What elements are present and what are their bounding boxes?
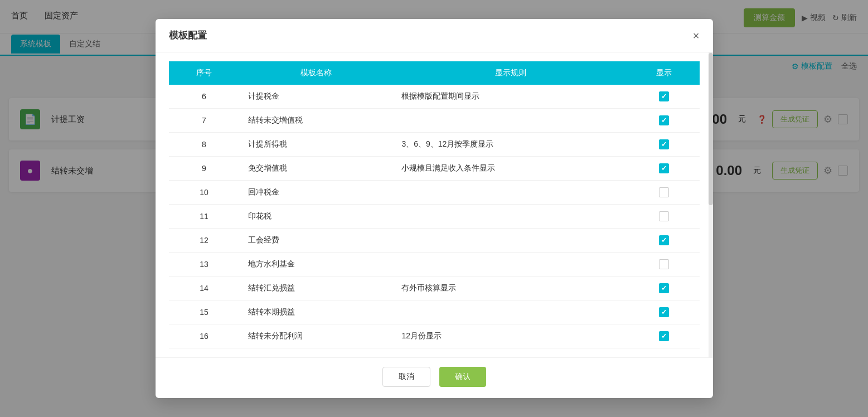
confirm-button[interactable]: 确认 bbox=[439, 367, 486, 387]
cell-rule-1 bbox=[392, 109, 628, 133]
cell-rule-7 bbox=[392, 253, 628, 277]
table-row: 15结转本期损益 bbox=[169, 300, 700, 324]
checkbox-9[interactable] bbox=[659, 307, 669, 317]
cell-rule-8: 有外币核算显示 bbox=[392, 277, 628, 300]
cell-name-10: 结转未分配利润 bbox=[239, 324, 392, 348]
cell-name-6: 工会经费 bbox=[239, 229, 392, 253]
checkbox-5[interactable] bbox=[659, 211, 669, 221]
cell-num-6: 12 bbox=[169, 229, 240, 253]
cell-rule-4 bbox=[392, 181, 628, 205]
modal-template-config: 模板配置 × 序号 模板名称 显示规则 显示 6计提税金根据模版配置期间显示7结… bbox=[156, 19, 713, 398]
scrollbar-track[interactable] bbox=[709, 52, 713, 357]
checkbox-6[interactable] bbox=[659, 235, 669, 245]
checkbox-2[interactable] bbox=[659, 139, 669, 149]
config-table: 序号 模板名称 显示规则 显示 6计提税金根据模版配置期间显示7结转未交增值税8… bbox=[169, 61, 700, 348]
table-row: 13地方水利基金 bbox=[169, 253, 700, 277]
cell-rule-6 bbox=[392, 229, 628, 253]
cell-check-7 bbox=[629, 253, 700, 277]
table-row: 10回冲税金 bbox=[169, 181, 700, 205]
cell-name-8: 结转汇兑损益 bbox=[239, 277, 392, 300]
cell-check-1 bbox=[629, 109, 700, 133]
cell-rule-5 bbox=[392, 205, 628, 229]
cell-name-3: 免交增值税 bbox=[239, 157, 392, 181]
cell-check-5 bbox=[629, 205, 700, 229]
cell-num-7: 13 bbox=[169, 253, 240, 277]
cell-name-1: 结转未交增值税 bbox=[239, 109, 392, 133]
table-row: 11印花税 bbox=[169, 205, 700, 229]
modal-header: 模板配置 × bbox=[156, 19, 713, 52]
modal-body: 序号 模板名称 显示规则 显示 6计提税金根据模版配置期间显示7结转未交增值税8… bbox=[156, 52, 713, 357]
cancel-button[interactable]: 取消 bbox=[382, 367, 430, 387]
cell-num-1: 7 bbox=[169, 109, 240, 133]
cell-check-2 bbox=[629, 133, 700, 157]
modal-title: 模板配置 bbox=[169, 29, 207, 42]
cell-rule-10: 12月份显示 bbox=[392, 324, 628, 348]
table-row: 9免交增值税小规模且满足收入条件显示 bbox=[169, 157, 700, 181]
table-row: 16结转未分配利润12月份显示 bbox=[169, 324, 700, 348]
th-rule: 显示规则 bbox=[392, 61, 628, 85]
cell-rule-3: 小规模且满足收入条件显示 bbox=[392, 157, 628, 181]
cell-name-9: 结转本期损益 bbox=[239, 300, 392, 324]
cell-name-2: 计提所得税 bbox=[239, 133, 392, 157]
table-row: 14结转汇兑损益有外币核算显示 bbox=[169, 277, 700, 300]
cell-num-4: 10 bbox=[169, 181, 240, 205]
cell-num-2: 8 bbox=[169, 133, 240, 157]
checkbox-7[interactable] bbox=[659, 259, 669, 269]
cell-check-10 bbox=[629, 324, 700, 348]
cell-num-10: 16 bbox=[169, 324, 240, 348]
table-row: 12工会经费 bbox=[169, 229, 700, 253]
cell-rule-0: 根据模版配置期间显示 bbox=[392, 85, 628, 109]
cell-rule-2: 3、6、9、12月按季度显示 bbox=[392, 133, 628, 157]
cell-num-9: 15 bbox=[169, 300, 240, 324]
table-row: 8计提所得税3、6、9、12月按季度显示 bbox=[169, 133, 700, 157]
th-show: 显示 bbox=[629, 61, 700, 85]
cell-check-0 bbox=[629, 85, 700, 109]
checkbox-8[interactable] bbox=[659, 283, 669, 293]
cell-check-6 bbox=[629, 229, 700, 253]
cell-name-0: 计提税金 bbox=[239, 85, 392, 109]
th-num: 序号 bbox=[169, 61, 240, 85]
cell-check-3 bbox=[629, 157, 700, 181]
cell-name-4: 回冲税金 bbox=[239, 181, 392, 205]
checkbox-3[interactable] bbox=[659, 163, 669, 173]
modal-footer: 取消 确认 bbox=[156, 357, 713, 398]
cell-num-8: 14 bbox=[169, 277, 240, 300]
modal-close-button[interactable]: × bbox=[693, 30, 700, 41]
cell-check-9 bbox=[629, 300, 700, 324]
cell-num-3: 9 bbox=[169, 157, 240, 181]
cell-check-8 bbox=[629, 277, 700, 300]
checkbox-4[interactable] bbox=[659, 187, 669, 197]
table-row: 7结转未交增值税 bbox=[169, 109, 700, 133]
table-row: 6计提税金根据模版配置期间显示 bbox=[169, 85, 700, 109]
th-name: 模板名称 bbox=[239, 61, 392, 85]
cell-check-4 bbox=[629, 181, 700, 205]
cell-num-5: 11 bbox=[169, 205, 240, 229]
scrollbar-thumb[interactable] bbox=[709, 53, 713, 206]
checkbox-10[interactable] bbox=[659, 331, 669, 341]
cell-name-5: 印花税 bbox=[239, 205, 392, 229]
checkbox-1[interactable] bbox=[659, 115, 669, 125]
checkbox-0[interactable] bbox=[659, 91, 669, 101]
cell-rule-9 bbox=[392, 300, 628, 324]
cell-name-7: 地方水利基金 bbox=[239, 253, 392, 277]
cell-num-0: 6 bbox=[169, 85, 240, 109]
modal-overlay: 模板配置 × 序号 模板名称 显示规则 显示 6计提税金根据模版配置期间显示7结… bbox=[0, 0, 868, 417]
